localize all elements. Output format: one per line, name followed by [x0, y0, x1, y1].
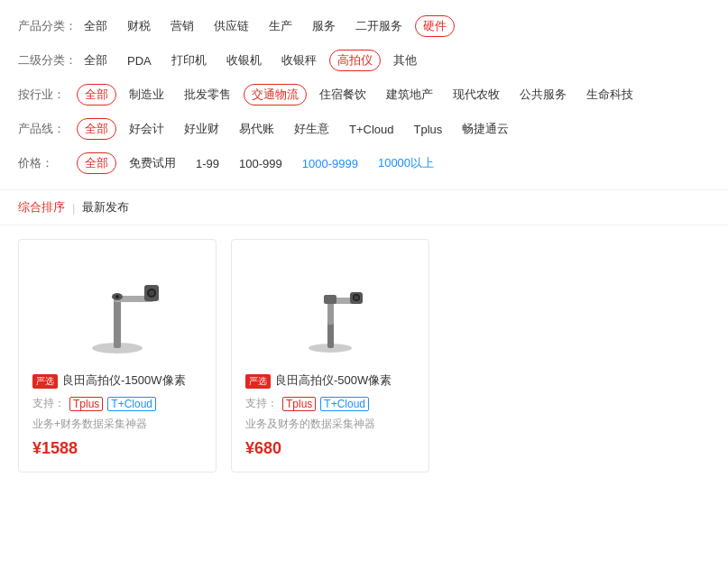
filter-label-industry: 按行业： — [18, 87, 77, 103]
filter-item-industry-1[interactable]: 制造业 — [122, 85, 171, 105]
tag-tcloud-0: T+Cloud — [107, 397, 156, 411]
svg-point-5 — [149, 290, 154, 296]
product-card-1[interactable]: 严选 良田高拍仪-500W像素 支持： Tplus T+Cloud 业务及财务的… — [231, 239, 429, 473]
svg-rect-15 — [324, 295, 336, 304]
product-image-1 — [245, 253, 415, 362]
badge-yanxuan-1: 严选 — [245, 374, 271, 389]
filter-item-price-3[interactable]: 100-999 — [232, 155, 290, 172]
filter-item-category2-6[interactable]: 其他 — [386, 50, 424, 70]
product-price-1: ¥680 — [245, 439, 415, 458]
support-label-1: 支持： — [245, 396, 278, 411]
filter-item-price-0[interactable]: 全部 — [77, 152, 116, 174]
filter-label-category2: 二级分类： — [18, 52, 77, 69]
filter-item-industry-2[interactable]: 批发零售 — [177, 85, 238, 105]
filter-item-productline-7[interactable]: 畅捷通云 — [455, 119, 516, 139]
sort-latest[interactable]: 最新发布 — [82, 199, 129, 216]
filter-item-category1-2[interactable]: 营销 — [163, 16, 201, 36]
product-support-0: 支持： Tplus T+Cloud — [32, 396, 202, 411]
filter-item-industry-6[interactable]: 现代农牧 — [446, 85, 507, 105]
filter-items-productline: 全部 好会计 好业财 易代账 好生意 T+Cloud Tplus 畅捷通云 — [77, 118, 516, 140]
filter-item-category2-3[interactable]: 收银机 — [219, 50, 269, 70]
filter-label-productline: 产品线： — [18, 121, 77, 137]
product-svg-1 — [285, 258, 375, 357]
filter-item-category1-6[interactable]: 二开服务 — [348, 16, 410, 36]
filter-label-category1: 产品分类： — [18, 18, 77, 34]
filter-item-category2-5[interactable]: 高拍仪 — [329, 50, 381, 71]
filter-section: 产品分类： 全部 财税 营销 供应链 生产 服务 二开服务 硬件 二级分类： 全… — [0, 0, 728, 190]
filter-item-industry-5[interactable]: 建筑地产 — [379, 85, 440, 105]
product-card-0[interactable]: 严选 良田高拍仪-1500W像素 支持： Tplus T+Cloud 业务+财务… — [18, 239, 217, 473]
filter-item-industry-3[interactable]: 交通物流 — [244, 84, 307, 106]
products-area: 严选 良田高拍仪-1500W像素 支持： Tplus T+Cloud 业务+财务… — [0, 225, 728, 486]
badge-yanxuan-0: 严选 — [32, 374, 58, 389]
filter-items-category2: 全部 PDA 打印机 收银机 收银秤 高拍仪 其他 — [77, 50, 424, 71]
product-title-row-1: 严选 良田高拍仪-500W像素 — [245, 372, 415, 389]
tag-tplus-0: Tplus — [69, 397, 103, 411]
filter-item-category1-5[interactable]: 服务 — [305, 16, 343, 36]
filter-row-productline: 产品线： 全部 好会计 好业财 易代账 好生意 T+Cloud Tplus 畅捷… — [18, 112, 710, 146]
filter-item-category2-2[interactable]: 打印机 — [164, 50, 214, 70]
filter-label-price: 价格： — [18, 155, 77, 171]
filter-item-category1-7[interactable]: 硬件 — [415, 15, 455, 37]
filter-item-price-1[interactable]: 免费试用 — [122, 153, 183, 173]
filter-row-category1: 产品分类： 全部 财税 营销 供应链 生产 服务 二开服务 硬件 — [18, 9, 710, 43]
sort-divider: | — [72, 201, 75, 215]
svg-point-7 — [115, 295, 119, 298]
filter-item-category1-4[interactable]: 生产 — [262, 16, 299, 36]
filter-item-category2-0[interactable]: 全部 — [77, 50, 115, 70]
filter-item-productline-2[interactable]: 好业财 — [177, 119, 226, 139]
product-name-0: 良田高拍仪-1500W像素 — [62, 372, 186, 389]
product-title-row-0: 严选 良田高拍仪-1500W像素 — [32, 372, 202, 389]
filter-items-category1: 全部 财税 营销 供应链 生产 服务 二开服务 硬件 — [77, 15, 455, 37]
product-support-1: 支持： Tplus T+Cloud — [245, 396, 415, 411]
filter-item-productline-5[interactable]: T+Cloud — [342, 121, 401, 138]
filter-item-industry-0[interactable]: 全部 — [77, 84, 116, 106]
filter-item-productline-3[interactable]: 易代账 — [232, 119, 281, 139]
filter-items-price: 全部 免费试用 1-99 100-999 1000-9999 10000以上 — [77, 152, 441, 174]
filter-item-industry-8[interactable]: 生命科技 — [579, 85, 640, 105]
filter-item-productline-1[interactable]: 好会计 — [122, 119, 171, 139]
filter-item-category1-1[interactable]: 财税 — [120, 16, 158, 36]
filter-item-price-2[interactable]: 1-99 — [189, 155, 226, 172]
filter-items-industry: 全部 制造业 批发零售 交通物流 住宿餐饮 建筑地产 现代农牧 公共服务 生命科… — [77, 84, 640, 106]
filter-row-industry: 按行业： 全部 制造业 批发零售 交通物流 住宿餐饮 建筑地产 现代农牧 公共服… — [18, 78, 710, 112]
filter-item-category1-0[interactable]: 全部 — [77, 16, 115, 36]
filter-item-productline-4[interactable]: 好生意 — [287, 119, 336, 139]
sort-bar: 综合排序 | 最新发布 — [0, 190, 728, 225]
filter-item-industry-7[interactable]: 公共服务 — [512, 85, 574, 105]
tag-tplus-1: Tplus — [282, 397, 316, 411]
product-svg-0 — [72, 258, 162, 357]
svg-point-14 — [355, 296, 359, 300]
product-desc-0: 业务+财务数据采集神器 — [32, 417, 202, 432]
product-desc-1: 业务及财务的数据采集神器 — [245, 417, 415, 432]
product-name-1: 良田高拍仪-500W像素 — [275, 372, 392, 389]
support-label-0: 支持： — [32, 396, 65, 411]
sort-comprehensive[interactable]: 综合排序 — [18, 199, 65, 216]
product-price-0: ¥1588 — [32, 439, 202, 458]
tag-tcloud-1: T+Cloud — [320, 397, 369, 411]
filter-item-price-4[interactable]: 1000-9999 — [295, 155, 365, 172]
filter-item-category2-1[interactable]: PDA — [120, 52, 159, 69]
filter-row-price: 价格： 全部 免费试用 1-99 100-999 1000-9999 10000… — [18, 146, 710, 180]
filter-row-category2: 二级分类： 全部 PDA 打印机 收银机 收银秤 高拍仪 其他 — [18, 43, 710, 78]
filter-item-category2-4[interactable]: 收银秤 — [274, 50, 324, 70]
filter-item-productline-6[interactable]: Tplus — [407, 121, 450, 138]
filter-item-productline-0[interactable]: 全部 — [77, 118, 116, 140]
filter-item-industry-4[interactable]: 住宿餐饮 — [312, 85, 373, 105]
filter-item-price-5[interactable]: 10000以上 — [371, 153, 441, 173]
svg-rect-1 — [114, 298, 121, 348]
product-image-0 — [32, 253, 202, 362]
filter-item-category1-3[interactable]: 供应链 — [207, 16, 256, 36]
